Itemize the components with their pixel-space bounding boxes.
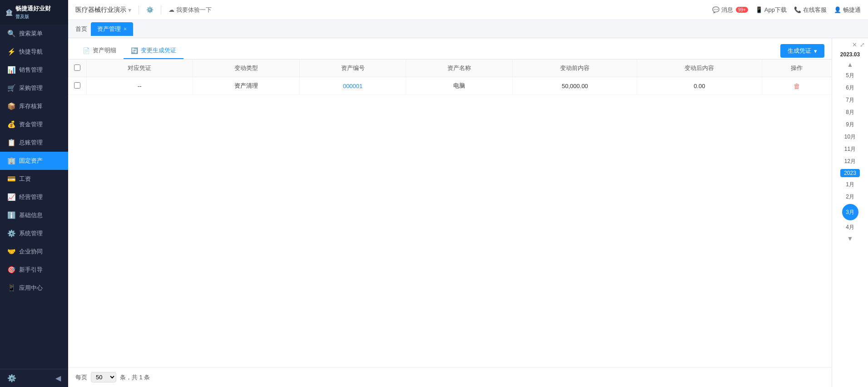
tab-asset-management[interactable]: 资产管理 × bbox=[91, 22, 133, 36]
col-before-content: 变动前内容 bbox=[513, 60, 637, 77]
chevron-down-icon: ▾ bbox=[814, 48, 817, 55]
message-button[interactable]: 💬 消息 99+ bbox=[712, 6, 748, 14]
scroll-up-icon[interactable]: ▲ bbox=[846, 60, 855, 69]
topbar-experience[interactable]: ☁ 我要体验一下 bbox=[169, 6, 212, 14]
user-button[interactable]: 👤 畅捷通 bbox=[834, 6, 861, 14]
topbar-divider2 bbox=[161, 5, 161, 15]
pagination: 每页 10 20 50 100 条，共 1 条 bbox=[68, 367, 832, 387]
per-page-select[interactable]: 10 20 50 100 bbox=[91, 372, 116, 382]
online-service-label: 在线客服 bbox=[803, 6, 827, 14]
month-11[interactable]: 11月 bbox=[832, 143, 868, 155]
subtab-label: 变更生成凭证 bbox=[141, 46, 176, 55]
month-8[interactable]: 8月 bbox=[832, 106, 868, 119]
sidebar-item-purchase[interactable]: 🛒 采购管理 bbox=[0, 79, 68, 97]
sidebar-item-sales[interactable]: 📊 销售管理 bbox=[0, 61, 68, 79]
subtab-change-voucher[interactable]: 🔄 变更生成凭证 bbox=[124, 43, 184, 59]
delete-row-button[interactable]: 🗑 bbox=[794, 82, 800, 90]
sidebar-item-quick-nav[interactable]: ⚡ 快捷导航 bbox=[0, 43, 68, 61]
change-voucher-icon: 🔄 bbox=[131, 47, 138, 54]
nav-tabs: 首页 资产管理 × bbox=[68, 20, 868, 38]
sidebar-item-search[interactable]: 🔍 搜索菜单 bbox=[0, 25, 68, 43]
col-voucher: 对应凭证 bbox=[86, 60, 193, 77]
col-asset-no: 资产编号 bbox=[299, 60, 406, 77]
collapse-icon[interactable]: ◀ bbox=[55, 374, 61, 382]
app-icon: 📱 bbox=[755, 6, 763, 13]
col-change-type: 变动类型 bbox=[193, 60, 300, 77]
cell-action: 🗑 bbox=[762, 77, 832, 95]
right-date-panel: ✕ ⤢ 2023.03 ▲ 5月 6月 7月 8月 9月 10月 11月 12月… bbox=[832, 38, 868, 387]
app-logo: 🏦 畅捷通好业财 普及版 bbox=[0, 0, 68, 25]
topbar-divider bbox=[139, 5, 139, 15]
topbar: 医疗器械行业演示 ▾ ⚙️ ☁ 我要体验一下 💬 消息 99+ 📱 App下载 … bbox=[68, 0, 868, 20]
sidebar-item-label: 库存核算 bbox=[19, 102, 43, 110]
sidebar-item-system[interactable]: ⚙️ 系统管理 bbox=[0, 224, 68, 243]
tab-close-icon[interactable]: × bbox=[124, 26, 127, 32]
sidebar-item-label: 快捷导航 bbox=[19, 48, 43, 56]
online-service-button[interactable]: 📞 在线客服 bbox=[794, 6, 827, 14]
enterprise-icon: 🤝 bbox=[7, 248, 15, 256]
scroll-down-icon[interactable]: ▼ bbox=[846, 233, 855, 243]
expand-panel-icon[interactable]: ⤢ bbox=[858, 40, 866, 50]
select-all-checkbox[interactable] bbox=[74, 64, 80, 71]
month-1[interactable]: 1月 bbox=[832, 179, 868, 191]
col-action: 操作 bbox=[762, 60, 832, 77]
subtab-asset-detail[interactable]: 📄 资产明细 bbox=[75, 43, 124, 59]
sidebar-item-label: 经营管理 bbox=[19, 193, 43, 201]
sidebar-item-fixed-assets[interactable]: 🏢 固定资产 bbox=[0, 152, 68, 170]
month-9[interactable]: 9月 bbox=[832, 119, 868, 131]
month-12[interactable]: 12月 bbox=[832, 155, 868, 168]
content-main: 📄 资产明细 🔄 变更生成凭证 生成凭证 ▾ bbox=[68, 38, 832, 387]
company-name: 医疗器械行业演示 bbox=[75, 6, 126, 14]
month-4[interactable]: 4月 bbox=[832, 221, 868, 233]
month-5[interactable]: 5月 bbox=[832, 69, 868, 82]
year-2023-label[interactable]: 2023 bbox=[840, 169, 860, 177]
subtab-label: 资产明细 bbox=[93, 46, 116, 55]
table-header-row: 对应凭证 变动类型 资产编号 资产名称 bbox=[68, 60, 832, 77]
month-3-active[interactable]: 3月 bbox=[842, 204, 858, 220]
sidebar-item-funds[interactable]: 💰 资金管理 bbox=[0, 115, 68, 134]
basic-info-icon: ℹ️ bbox=[7, 211, 15, 219]
sidebar-item-operations[interactable]: 📈 经营管理 bbox=[0, 188, 68, 206]
close-panel-icon[interactable]: ✕ bbox=[851, 40, 858, 50]
system-icon: ⚙️ bbox=[7, 229, 15, 238]
sidebar-item-label: 系统管理 bbox=[19, 229, 43, 238]
generate-voucher-button[interactable]: 生成凭证 ▾ bbox=[780, 44, 824, 58]
app-download-button[interactable]: 📱 App下载 bbox=[755, 6, 787, 14]
per-page-label: 每页 bbox=[75, 373, 87, 382]
sidebar-item-salary[interactable]: 💳 工资 bbox=[0, 170, 68, 188]
sidebar-item-ledger[interactable]: 📋 总账管理 bbox=[0, 134, 68, 152]
sidebar-item-basic-info[interactable]: ℹ️ 基础信息 bbox=[0, 206, 68, 224]
generate-label: 生成凭证 bbox=[788, 47, 811, 55]
app-name: 畅捷通好业财 bbox=[15, 5, 51, 13]
purchase-icon: 🛒 bbox=[7, 84, 15, 92]
cell-before-content: 50,000.00 bbox=[513, 77, 637, 95]
settings-footer-icon[interactable]: ⚙️ bbox=[7, 374, 16, 382]
chevron-down-icon[interactable]: ▾ bbox=[128, 6, 131, 14]
salary-icon: 💳 bbox=[7, 175, 15, 183]
month-7[interactable]: 7月 bbox=[832, 94, 868, 106]
sidebar: 🏦 畅捷通好业财 普及版 🔍 搜索菜单 ⚡ 快捷导航 📊 销售管理 🛒 采购管理… bbox=[0, 0, 68, 387]
sidebar-item-label: 销售管理 bbox=[19, 66, 43, 74]
sidebar-item-inventory[interactable]: 📦 库存核算 bbox=[0, 97, 68, 115]
message-icon: 💬 bbox=[712, 6, 719, 13]
cell-voucher: -- bbox=[86, 77, 193, 95]
phone-icon: 📞 bbox=[794, 6, 801, 13]
tab-home[interactable]: 首页 bbox=[75, 25, 87, 33]
month-6[interactable]: 6月 bbox=[832, 82, 868, 94]
subtabs: 📄 资产明细 🔄 变更生成凭证 生成凭证 ▾ bbox=[68, 38, 832, 60]
sidebar-item-label: 采购管理 bbox=[19, 84, 43, 92]
month-10[interactable]: 10月 bbox=[832, 131, 868, 143]
username: 畅捷通 bbox=[843, 6, 861, 14]
sidebar-item-guide[interactable]: 🎯 新手引导 bbox=[0, 261, 68, 279]
search-icon: 🔍 bbox=[7, 30, 15, 38]
ledger-icon: 📋 bbox=[7, 139, 15, 147]
month-2[interactable]: 2月 bbox=[832, 191, 868, 203]
sidebar-item-enterprise[interactable]: 🤝 企业协同 bbox=[0, 243, 68, 261]
row-checkbox[interactable] bbox=[74, 82, 80, 89]
inventory-icon: 📦 bbox=[7, 102, 15, 110]
panel-header: ✕ ⤢ bbox=[832, 40, 868, 50]
sidebar-item-app-center[interactable]: 📱 应用中心 bbox=[0, 279, 68, 297]
sidebar-item-label: 资金管理 bbox=[19, 120, 43, 129]
settings-icon[interactable]: ⚙️ bbox=[146, 6, 154, 13]
sidebar-item-label: 总账管理 bbox=[19, 139, 43, 147]
